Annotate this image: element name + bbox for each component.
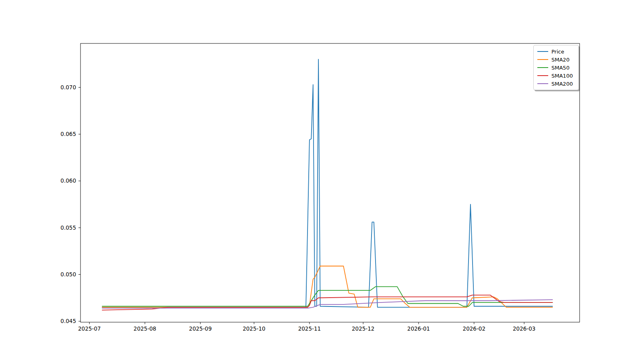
y-tick-label: 0.060 bbox=[60, 177, 76, 184]
chart-figure: 2025-072025-082025-092025-102025-112025-… bbox=[0, 0, 644, 362]
y-tick-label: 0.055 bbox=[60, 224, 76, 231]
series-line-sma50 bbox=[102, 287, 553, 306]
x-tick-label: 2026-03 bbox=[513, 325, 535, 332]
legend-item-price: Price bbox=[537, 47, 574, 56]
legend-item-sma50: SMA50 bbox=[537, 64, 574, 72]
x-tick-label: 2025-12 bbox=[352, 325, 374, 332]
legend-label-sma100: SMA100 bbox=[551, 73, 573, 79]
legend-line-swatch-sma200 bbox=[537, 83, 548, 84]
x-tick-label: 2025-11 bbox=[298, 325, 321, 332]
legend-label-price: Price bbox=[551, 49, 564, 55]
y-tick-label: 0.065 bbox=[60, 131, 76, 137]
x-tick-label: 2025-10 bbox=[243, 325, 265, 332]
legend-line-swatch-sma100 bbox=[537, 75, 548, 76]
legend-item-sma100: SMA100 bbox=[537, 72, 574, 80]
legend-line-swatch-sma50 bbox=[537, 67, 548, 68]
legend-line-swatch-price bbox=[537, 51, 548, 52]
legend-item-sma200: SMA200 bbox=[537, 80, 574, 88]
series-line-price bbox=[102, 60, 553, 307]
legend-label-sma50: SMA50 bbox=[551, 65, 570, 71]
x-tick-label: 2025-09 bbox=[189, 325, 212, 332]
series-line-sma20 bbox=[102, 266, 553, 307]
y-tick-label: 0.070 bbox=[60, 84, 76, 90]
y-tick-label: 0.045 bbox=[60, 318, 76, 324]
x-tick-label: 2025-08 bbox=[134, 325, 156, 332]
legend: PriceSMA20SMA50SMA100SMA200 bbox=[533, 45, 579, 90]
axes-spines bbox=[80, 43, 580, 322]
legend-item-sma20: SMA20 bbox=[537, 56, 574, 64]
legend-line-swatch-sma20 bbox=[537, 59, 548, 60]
x-tick-label: 2026-02 bbox=[463, 325, 485, 332]
x-tick-label: 2026-01 bbox=[407, 325, 430, 332]
y-tick-label: 0.050 bbox=[60, 271, 76, 278]
legend-label-sma20: SMA20 bbox=[551, 57, 570, 63]
legend-label-sma200: SMA200 bbox=[551, 81, 573, 87]
x-tick-label: 2025-07 bbox=[78, 325, 101, 332]
